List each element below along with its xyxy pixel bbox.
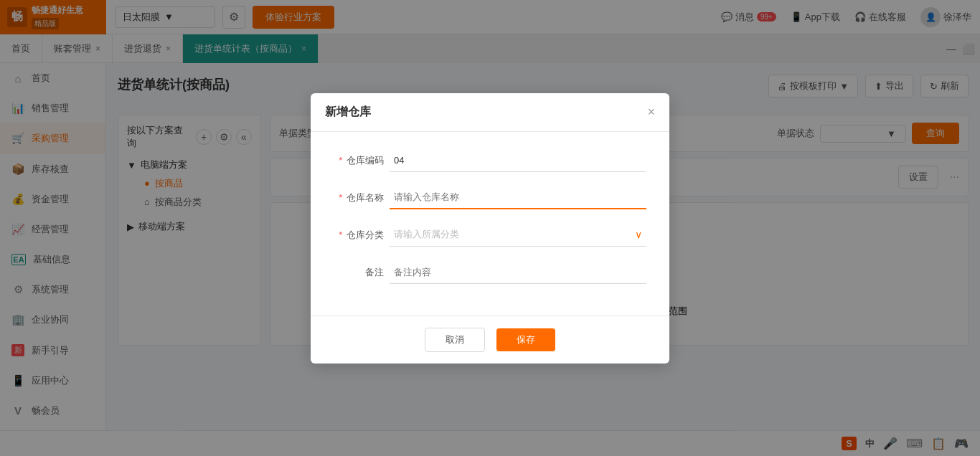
code-label: * 仓库编码 [334,154,384,167]
modal-close-button[interactable]: × [647,105,655,120]
required-star-name: * [339,192,342,203]
modal-title: 新增仓库 [325,105,371,120]
note-label: 备注 [334,266,384,279]
category-chevron-icon: ∨ [635,229,642,240]
warehouse-code-input[interactable] [390,149,646,172]
modal-body: * 仓库编码 * 仓库名称 * 仓库分类 [311,132,669,315]
warehouse-category-select[interactable]: 请输入所属分类 ∨ [390,224,646,247]
form-row-note: 备注 [334,261,646,284]
modal-footer: 取消 保存 [311,315,669,364]
required-star-category: * [339,229,342,240]
form-row-category: * 仓库分类 请输入所属分类 ∨ [334,224,646,247]
warehouse-note-input[interactable] [390,261,646,284]
save-button[interactable]: 保存 [496,328,555,351]
form-row-name: * 仓库名称 [334,186,646,209]
form-row-code: * 仓库编码 [334,149,646,172]
name-label: * 仓库名称 [334,191,384,204]
cancel-button[interactable]: 取消 [425,328,485,352]
modal-add-warehouse: 新增仓库 × * 仓库编码 * 仓库名称 [311,93,669,364]
category-placeholder: 请输入所属分类 [394,228,459,241]
warehouse-name-input[interactable] [390,186,646,209]
required-star-code: * [339,155,342,166]
modal-overlay: 新增仓库 × * 仓库编码 * 仓库名称 [0,0,980,456]
modal-header: 新增仓库 × [311,93,669,132]
category-label-modal: * 仓库分类 [334,229,384,242]
